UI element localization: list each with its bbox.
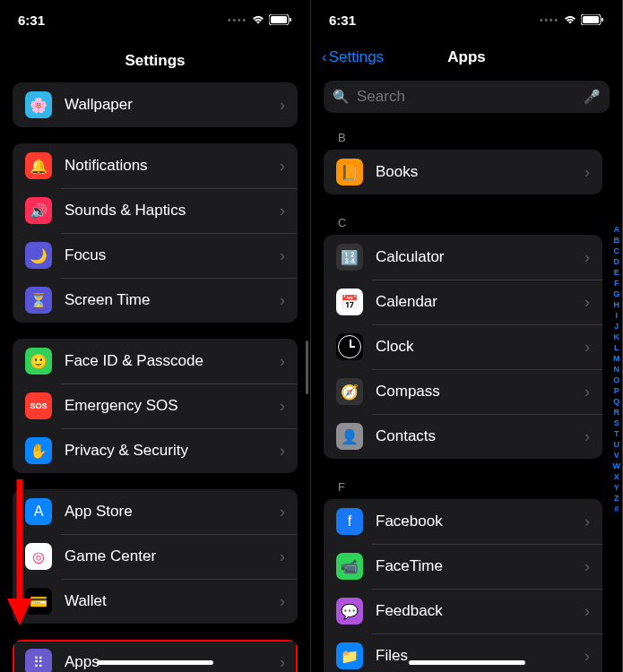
alphabet-index[interactable]: ABCDEFGHIJKLMNOPQRSTUVWXYZ# xyxy=(613,224,621,514)
index-s[interactable]: S xyxy=(613,418,621,428)
chevron-left-icon: ‹ xyxy=(322,48,327,66)
row-facetime[interactable]: 📹 FaceTime › xyxy=(324,544,602,589)
apps-icon: ⠿ xyxy=(25,649,52,672)
chevron-right-icon: › xyxy=(280,503,285,521)
row-wallpaper[interactable]: 🌸 Wallpaper › xyxy=(13,82,298,127)
index-e[interactable]: E xyxy=(613,267,621,278)
chevron-right-icon: › xyxy=(280,442,285,461)
index-z[interactable]: Z xyxy=(613,493,621,504)
row-label: Clock xyxy=(376,338,584,356)
row-notifications[interactable]: 🔔 Notifications › xyxy=(13,143,298,188)
settings-group: 🌸 Wallpaper › xyxy=(13,82,298,127)
calculator-icon: 🔢 xyxy=(336,244,363,271)
compass-icon: 🧭 xyxy=(336,378,363,405)
back-button[interactable]: ‹ Settings xyxy=(322,48,384,66)
wifi-icon xyxy=(563,13,577,28)
chevron-right-icon: › xyxy=(584,602,590,621)
index-a[interactable]: A xyxy=(613,224,621,235)
index-u[interactable]: U xyxy=(613,439,621,450)
index-y[interactable]: Y xyxy=(613,482,621,493)
row-label: Contacts xyxy=(376,427,584,445)
row-facebook[interactable]: f Facebook › xyxy=(324,499,602,544)
index-j[interactable]: J xyxy=(613,321,621,332)
wallpaper-icon: 🌸 xyxy=(25,91,52,118)
row-screen-time[interactable]: ⏳ Screen Time › xyxy=(13,278,298,323)
index-g[interactable]: G xyxy=(613,289,621,299)
index-o[interactable]: O xyxy=(613,375,621,385)
search-bar[interactable]: 🔍 🎤 xyxy=(324,81,610,113)
calendar-icon: 📅 xyxy=(336,289,363,315)
settings-screen: 6:31 •••• Settings 🌸 Wallpaper › 🔔 Notif… xyxy=(0,0,311,672)
index-l[interactable]: L xyxy=(613,342,621,353)
search-input[interactable] xyxy=(357,88,576,106)
home-indicator[interactable] xyxy=(409,660,525,665)
index-p[interactable]: P xyxy=(613,385,621,396)
index-#[interactable]: # xyxy=(613,504,621,514)
index-h[interactable]: H xyxy=(613,299,621,310)
row-calculator[interactable]: 🔢 Calculator › xyxy=(324,235,602,280)
contacts-icon: 👤 xyxy=(336,423,363,450)
index-m[interactable]: M xyxy=(613,353,621,364)
chevron-right-icon: › xyxy=(280,246,285,265)
mic-icon[interactable]: 🎤 xyxy=(584,89,601,105)
index-b[interactable]: B xyxy=(613,235,621,246)
index-x[interactable]: X xyxy=(613,471,621,482)
chevron-right-icon: › xyxy=(584,557,590,576)
scrollbar[interactable] xyxy=(306,340,308,394)
index-v[interactable]: V xyxy=(613,450,621,461)
apps-screen: 6:31 •••• ‹ Settings Apps 🔍 🎤 B 📙 Books … xyxy=(311,0,622,672)
row-label: App Store xyxy=(65,503,280,521)
row-sounds-haptics[interactable]: 🔊 Sounds & Haptics › xyxy=(13,188,298,233)
row-label: Notifications xyxy=(65,157,280,175)
chevron-right-icon: › xyxy=(584,513,590,531)
index-r[interactable]: R xyxy=(613,407,621,418)
index-w[interactable]: W xyxy=(613,461,621,471)
index-t[interactable]: T xyxy=(613,428,621,439)
apps-content[interactable]: B 📙 Books › C 🔢 Calculator › 📅 Calendar … xyxy=(311,125,622,672)
status-bar: 6:31 •••• xyxy=(311,0,622,39)
row-books[interactable]: 📙 Books › xyxy=(324,150,602,194)
row-files[interactable]: 📁 Files › xyxy=(324,633,602,672)
row-label: Calculator xyxy=(376,248,584,266)
row-label: Screen Time xyxy=(65,291,280,309)
row-emergency-sos[interactable]: SOS Emergency SOS › xyxy=(13,383,298,428)
row-clock[interactable]: Clock › xyxy=(324,324,602,369)
row-calendar[interactable]: 📅 Calendar › xyxy=(324,280,602,324)
row-face-id-passcode[interactable]: 🙂 Face ID & Passcode › xyxy=(13,339,298,383)
index-d[interactable]: D xyxy=(613,256,621,267)
row-compass[interactable]: 🧭 Compass › xyxy=(324,369,602,414)
section-header-c: C xyxy=(324,211,602,235)
settings-group: 🙂 Face ID & Passcode › SOS Emergency SOS… xyxy=(13,339,298,473)
row-apps[interactable]: ⠿ Apps › xyxy=(13,640,298,672)
index-k[interactable]: K xyxy=(613,332,621,342)
index-f[interactable]: F xyxy=(613,278,621,289)
row-app-store[interactable]: A App Store › xyxy=(13,489,298,534)
chevron-right-icon: › xyxy=(584,427,590,446)
notifications-icon: 🔔 xyxy=(25,152,52,179)
nav-title: Apps xyxy=(447,48,486,66)
index-q[interactable]: Q xyxy=(613,396,621,407)
row-privacy-security[interactable]: ✋ Privacy & Security › xyxy=(13,428,298,473)
files-icon: 📁 xyxy=(336,642,363,669)
app-store-icon: A xyxy=(25,498,52,525)
index-n[interactable]: N xyxy=(613,364,621,375)
index-c[interactable]: C xyxy=(613,246,621,256)
row-focus[interactable]: 🌙 Focus › xyxy=(13,233,298,278)
row-feedback[interactable]: 💬 Feedback › xyxy=(324,589,602,633)
home-indicator[interactable] xyxy=(97,660,213,665)
status-icons: •••• xyxy=(540,13,604,28)
row-label: Calendar xyxy=(376,293,584,311)
feedback-icon: 💬 xyxy=(336,598,363,625)
settings-content[interactable]: 🌸 Wallpaper › 🔔 Notifications › 🔊 Sounds… xyxy=(0,82,310,672)
apps-group-c: 🔢 Calculator › 📅 Calendar › Clock › 🧭 Co… xyxy=(324,235,602,459)
books-icon: 📙 xyxy=(336,159,363,185)
row-game-center[interactable]: ◎ Game Center › xyxy=(13,534,298,579)
row-label: FaceTime xyxy=(376,557,584,575)
cellular-dots-icon: •••• xyxy=(540,15,559,25)
row-contacts[interactable]: 👤 Contacts › xyxy=(324,414,602,459)
svg-rect-1 xyxy=(271,16,287,23)
chevron-right-icon: › xyxy=(280,291,285,310)
row-wallet[interactable]: 💳 Wallet › xyxy=(13,579,298,624)
index-i[interactable]: I xyxy=(613,310,621,321)
game-center-icon: ◎ xyxy=(25,543,52,570)
